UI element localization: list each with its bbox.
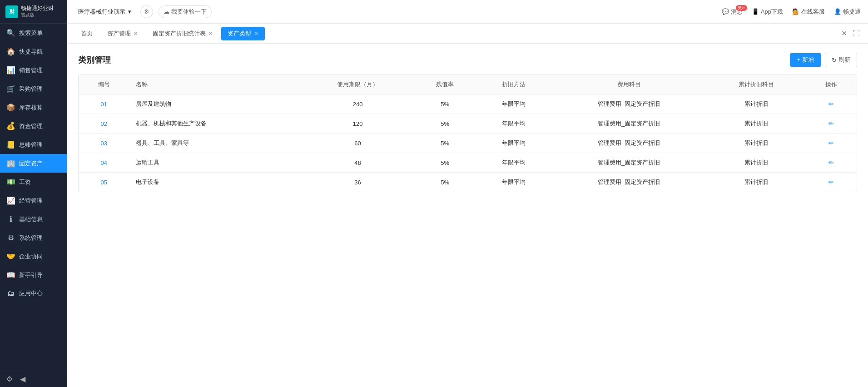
sidebar-item-payroll[interactable]: 💵 工资	[0, 173, 67, 191]
sidebar-item-funds[interactable]: 💰 资金管理	[0, 117, 67, 135]
tab-asset-mgmt-label: 资产管理	[107, 30, 131, 38]
online-service-label: 在线客服	[801, 8, 825, 16]
sidebar-item-label: 搜索菜单	[19, 29, 43, 37]
tabbar: 首页 资产管理 ✕ 固定资产折旧统计表 ✕ 资产类型 ✕ ✕ ⛶	[67, 24, 868, 44]
cell-residual: 5%	[413, 173, 476, 192]
sidebar-item-fixed-assets[interactable]: 🏢 固定资产	[0, 154, 67, 173]
refresh-button[interactable]: ↻ 刷新	[825, 53, 857, 67]
edit-icon[interactable]: ✏	[828, 120, 834, 127]
sidebar-item-quick-nav[interactable]: 🏠 快捷导航	[0, 42, 67, 61]
cell-method: 年限平均	[476, 173, 551, 192]
col-header-residual: 残值率	[413, 75, 476, 94]
expand-window-button[interactable]: ⛶	[852, 29, 861, 39]
tab-depreciation-table[interactable]: 固定资产折旧统计表 ✕	[146, 27, 219, 40]
tab-asset-type-close[interactable]: ✕	[254, 30, 258, 37]
app-download-label: App下载	[761, 8, 783, 16]
col-header-action: 操作	[806, 75, 857, 94]
edit-icon[interactable]: ✏	[828, 100, 834, 108]
table-row: 03 器具、工具、家具等 60 5% 年限平均 管理费用_固定资产折旧 累计折旧…	[79, 134, 857, 153]
tab-home[interactable]: 首页	[74, 27, 99, 40]
cell-action: ✏	[806, 114, 857, 134]
cell-name: 机器、机械和其他生产设备	[129, 114, 302, 134]
cell-expense: 管理费用_固定资产折旧	[551, 173, 706, 192]
user-menu[interactable]: 👤 畅捷通	[834, 8, 861, 16]
sidebar-item-enterprise[interactable]: 🤝 企业协同	[0, 247, 67, 266]
sidebar-item-label: 新手引导	[19, 271, 43, 279]
sidebar-item-label: 快捷导航	[19, 48, 43, 56]
guide-icon: 📖	[6, 271, 15, 279]
tab-asset-type-label: 资产类型	[228, 30, 251, 38]
sidebar-footer: ⚙ ◀	[0, 371, 67, 387]
cell-residual: 5%	[413, 94, 476, 114]
col-header-method: 折旧方法	[476, 75, 551, 94]
col-header-expense: 费用科目	[551, 75, 706, 94]
sidebar-item-label: 企业协同	[19, 253, 43, 261]
tabbar-actions: ✕ ⛶	[840, 28, 861, 39]
sidebar-item-inventory[interactable]: 📦 库存核算	[0, 98, 67, 117]
topbar: 医疗器械行业演示 ▾ ⚙ ☁ 我要体验一下 💬 消息 99+ 📱 App下载 💁…	[67, 0, 868, 24]
cell-code: 03	[79, 134, 129, 153]
cell-name: 运输工具	[129, 153, 302, 173]
content-area: 类别管理 + 新增 ↻ 刷新 编号 名称 使用期限（月） 残值率 折旧方法	[67, 44, 868, 387]
new-button[interactable]: + 新增	[790, 53, 821, 67]
sidebar-item-label: 基础信息	[19, 215, 43, 223]
sidebar-item-system[interactable]: ⚙ 系统管理	[0, 228, 67, 247]
table-row: 05 电子设备 36 5% 年限平均 管理费用_固定资产折旧 累计折旧 ✏	[79, 173, 857, 192]
app-download-button[interactable]: 📱 App下载	[752, 8, 783, 16]
sidebar-item-ledger[interactable]: 📒 总账管理	[0, 135, 67, 154]
box-icon: 📦	[6, 103, 15, 112]
cell-period: 120	[302, 114, 414, 134]
sidebar-item-label: 资金管理	[19, 122, 43, 130]
building-icon: 🏢	[6, 159, 15, 168]
edit-icon[interactable]: ✏	[828, 179, 834, 186]
message-icon: 💬	[722, 8, 729, 15]
tab-asset-type[interactable]: 资产类型 ✕	[221, 27, 265, 40]
edit-icon[interactable]: ✏	[828, 159, 834, 166]
sidebar: 财 畅捷通好业财 普及版 🔍 搜索菜单 🏠 快捷导航 📊 销售管理 🛒 采购管理…	[0, 0, 67, 387]
sidebar-item-purchase[interactable]: 🛒 采购管理	[0, 79, 67, 98]
user-icon: 👤	[834, 8, 841, 15]
company-selector[interactable]: 医疗器械行业演示 ▾	[74, 6, 135, 18]
logo-title: 畅捷通好业财	[21, 5, 54, 12]
edit-icon[interactable]: ✏	[828, 139, 834, 147]
sidebar-item-label: 经营管理	[19, 197, 43, 205]
page-header: 类别管理 + 新增 ↻ 刷新	[78, 53, 857, 67]
sidebar-item-app-center[interactable]: 🗂 应用中心	[0, 284, 67, 303]
system-icon: ⚙	[6, 233, 15, 242]
cell-action: ✏	[806, 94, 857, 114]
sidebar-item-basic-info[interactable]: ℹ 基础信息	[0, 210, 67, 228]
page-actions: + 新增 ↻ 刷新	[790, 53, 857, 67]
cell-expense: 管理费用_固定资产折旧	[551, 134, 706, 153]
cell-action: ✏	[806, 153, 857, 173]
main-area: 医疗器械行业演示 ▾ ⚙ ☁ 我要体验一下 💬 消息 99+ 📱 App下载 💁…	[67, 0, 868, 387]
messages-button[interactable]: 💬 消息 99+	[722, 8, 743, 16]
close-window-button[interactable]: ✕	[840, 28, 848, 39]
search-icon: 🔍	[6, 29, 15, 37]
tab-asset-mgmt[interactable]: 资产管理 ✕	[101, 27, 144, 40]
sidebar-item-label: 采购管理	[19, 85, 43, 93]
cell-code: 04	[79, 153, 129, 173]
sidebar-item-label: 库存核算	[19, 104, 43, 112]
chart-icon: 📊	[6, 66, 15, 74]
company-selector-label: 医疗器械行业演示	[78, 8, 125, 16]
experience-button[interactable]: ☁ 我要体验一下	[159, 5, 212, 18]
cell-residual: 5%	[413, 153, 476, 173]
cell-expense: 管理费用_固定资产折旧	[551, 94, 706, 114]
data-table-container: 编号 名称 使用期限（月） 残值率 折旧方法 费用科目 累计折旧科目 操作 01…	[78, 74, 857, 192]
collapse-footer-icon[interactable]: ◀	[20, 375, 25, 383]
tab-depreciation-close[interactable]: ✕	[208, 30, 213, 37]
sidebar-item-sales[interactable]: 📊 销售管理	[0, 61, 67, 79]
settings-button[interactable]: ⚙	[140, 5, 153, 18]
sidebar-item-operations[interactable]: 📈 经营管理	[0, 191, 67, 210]
sidebar-item-search[interactable]: 🔍 搜索菜单	[0, 24, 67, 42]
settings-footer-icon[interactable]: ⚙	[6, 375, 13, 383]
sidebar-item-guide[interactable]: 📖 新手引导	[0, 266, 67, 284]
cell-expense: 管理费用_固定资产折旧	[551, 153, 706, 173]
payroll-icon: 💵	[6, 178, 15, 186]
download-icon: 📱	[752, 8, 759, 15]
cell-action: ✏	[806, 134, 857, 153]
tab-asset-mgmt-close[interactable]: ✕	[134, 30, 138, 37]
tab-home-label: 首页	[81, 30, 93, 38]
online-service-button[interactable]: 💁 在线客服	[792, 8, 825, 16]
cell-name: 电子设备	[129, 173, 302, 192]
